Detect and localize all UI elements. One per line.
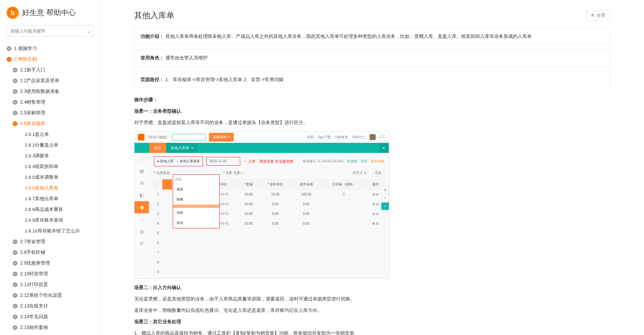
- plus-icon: +: [13, 315, 17, 319]
- nav-2-10[interactable]: +2.10经营管理: [7, 269, 94, 279]
- ss-topbar: TEST-H002 新建销售-> 刷新 App下载 切换账套 帮助中心 C C: [135, 131, 389, 143]
- nav-2-1[interactable]: +2.1新手入门: [7, 65, 94, 75]
- plus-icon: +: [13, 68, 17, 72]
- nav-2-6-1[interactable]: 2.6.1盘点单: [7, 129, 94, 140]
- nav-2-12[interactable]: +2.12系统个性化设置: [7, 290, 94, 301]
- role-box: 使用角色：通常由仓管人员维护: [134, 49, 610, 66]
- nav-label: 2.12系统个性化设置: [20, 292, 62, 298]
- nav-label: 2.6.7其他出库单: [25, 196, 58, 202]
- nav-2-11[interactable]: +2.11打印设置: [7, 279, 94, 290]
- nav-label: 2.帮助文档: [14, 56, 37, 62]
- ss-logo-icon: [138, 134, 145, 141]
- nav-label: 2.6.4组装拆卸单: [25, 164, 58, 170]
- scene1-title: 场景一：业务类型确认: [134, 106, 610, 116]
- nav-label: 2.6.5成本调整单: [25, 174, 58, 180]
- nav-label: 2.6.10库存账本错了怎么办: [25, 228, 80, 234]
- role-text: 通常由仓管人员维护: [165, 55, 208, 60]
- ss-search-input: [172, 134, 206, 141]
- nav-2-9[interactable]: +2.9优惠券管理: [7, 258, 94, 269]
- search-input[interactable]: [7, 25, 94, 37]
- ss-dropdown-item: 领用: [173, 184, 219, 194]
- steps-label: 操作步骤：: [134, 95, 610, 104]
- nav-2-6-10[interactable]: 2.6.10库存账本错了怎么办: [7, 226, 94, 236]
- ss-radio-group: ● 其他入库 ○ 其他入库退库: [154, 156, 203, 166]
- nav-2-3[interactable]: +2.3使用前数据准备: [7, 86, 94, 97]
- scene1-text: 对于受赠、盘盈或是拆装入库等不同的业务，是通过单据头【业务类型】进行区分。: [134, 118, 610, 127]
- minus-icon: −: [13, 121, 17, 126]
- plus-icon: +: [13, 304, 17, 309]
- nav-2-7[interactable]: +2.7资金管理: [7, 236, 94, 247]
- ss-download: App下载: [318, 134, 331, 141]
- nav-2-6-7[interactable]: 2.6.7其他出库单: [7, 193, 94, 204]
- nav-2-6-2[interactable]: 2.6.2分量盘点单: [7, 140, 94, 151]
- ss-new-btn: 新建销售->: [209, 133, 233, 142]
- ss-nav-icon: ▤: [135, 225, 149, 237]
- ss-history-btn: 历史: [373, 169, 384, 177]
- nav-2-5[interactable]: +2.5采购管理: [7, 108, 94, 118]
- nav-2-6-3[interactable]: 2.6.3调拨单: [7, 151, 94, 161]
- ss-radio-opt2: ○ 其他入库退库: [177, 158, 200, 165]
- nav-2-6-4[interactable]: 2.6.4组装拆卸单: [7, 161, 94, 172]
- ss-body: ⌂ ▦ ⊞ ◧ ◉ ⬚ ▤ ⚙ ● 其他入库: [135, 153, 389, 278]
- nav-2-14[interactable]: +2.14常见问题: [7, 312, 94, 322]
- ss-header-row: ● 其他入库 ○ 其他入库退库 2019-12-26 ← 入库、退货业务 在这里…: [154, 156, 384, 166]
- nav-2-6-8[interactable]: 2.6.8商品成本重算: [7, 204, 94, 215]
- ss-supplier: * 仓库 仓库—: [223, 169, 244, 177]
- plus-icon: +: [13, 261, 17, 266]
- ss-table-tools: ⊞ ✎ ⤢: [381, 186, 389, 211]
- ss-avatar-icon: [370, 134, 376, 140]
- share-button[interactable]: ⇱分享: [586, 10, 610, 21]
- ss-refresh: 刷新: [307, 134, 314, 141]
- logo[interactable]: b 好生意 帮助中心: [7, 7, 94, 19]
- plus-icon: +: [7, 46, 11, 51]
- nav-2-6-5[interactable]: 2.6.5成本调整单: [7, 172, 94, 183]
- ss-help: 帮助中心: [352, 134, 366, 141]
- ss-tool-icon: ✎: [381, 194, 389, 202]
- table-row: 8: [154, 258, 384, 268]
- intro-label: 功能介绍：: [141, 34, 164, 39]
- nav-2-6-9[interactable]: 2.6.9库存账本查询: [7, 215, 94, 226]
- ss-th: * 成本单价: [259, 179, 292, 190]
- scene3-title: 场景三：其它业务处理: [134, 317, 610, 326]
- nav-2-13[interactable]: +2.13在线支付: [7, 301, 94, 312]
- ss-content: ● 其他入库 ○ 其他入库退库 2019-12-26 ← 入库、退货业务 在这里…: [149, 153, 389, 278]
- plus-icon: +: [13, 111, 17, 115]
- nav-label: 2.7资金管理: [20, 239, 45, 245]
- nav-2-6-6[interactable]: 2.6.6其他入库单: [7, 183, 94, 193]
- ss-topbar-right: 刷新 App下载 切换账套 帮助中心 C C: [307, 134, 385, 141]
- intro-text: 其他入库单用来处理除采购入库、产成品入库之外的其他入库业务，因此其他入库单可处理…: [165, 34, 532, 39]
- ss-annotation1: ← 入库、退货业务 在这里切换: [244, 158, 293, 165]
- embedded-screenshot: TEST-H002 新建销售-> 刷新 App下载 切换账套 帮助中心 C C …: [134, 131, 389, 279]
- ss-nav-icon: ⚙: [135, 237, 149, 249]
- nav-2-8[interactable]: +2.8手机旺铺: [7, 247, 94, 258]
- nav-label: 2.2产品安装及登录: [20, 78, 59, 84]
- ss-maker: 经手人 ▾: [353, 169, 366, 177]
- nav-label: 2.6.3调拨单: [25, 153, 49, 159]
- nav-2-4[interactable]: +2.4销售管理: [7, 97, 94, 108]
- share-icon: ⇱: [591, 13, 595, 18]
- ss-th: * 数量: [238, 179, 259, 190]
- search-icon[interactable]: ⌕: [88, 29, 90, 34]
- nav-label: 2.9优惠券管理: [20, 260, 50, 266]
- search-box: ⌕: [7, 25, 94, 37]
- nav-video[interactable]: +1.视频学习: [7, 43, 94, 54]
- share-label: 分享: [597, 12, 605, 18]
- ss-th: [154, 179, 162, 190]
- table-row: 5: [154, 229, 384, 238]
- main-content: 其他入库单 ⇱分享 功能介绍：其他入库单用来处理除采购入库、产成品入库之外的其他…: [101, 0, 644, 335]
- ss-left-nav: ⌂ ▦ ⊞ ◧ ◉ ⬚ ▤ ⚙: [135, 153, 149, 278]
- nav-2-6[interactable]: −2.6库存核算: [7, 118, 94, 129]
- nav-2-15[interactable]: +2.15操作案例: [7, 322, 94, 333]
- nav-label: 2.1新手入门: [20, 67, 45, 73]
- table-row: 7: [154, 248, 384, 258]
- nav-label: 2.13在线支付: [20, 303, 48, 309]
- ss-dropdown-item: 受赠: [173, 194, 219, 205]
- ss-nav-icon-active: ◉: [135, 201, 149, 213]
- ss-tool-icon: ⤢: [381, 203, 389, 210]
- path-label: 页面路径：: [141, 77, 164, 82]
- nav-2-2[interactable]: +2.2产品安装及登录: [7, 75, 94, 86]
- nav-docs[interactable]: −2.帮助文档: [7, 54, 94, 65]
- ss-nav-icon: ⊞: [135, 177, 149, 189]
- nav-label: 2.10经营管理: [20, 271, 48, 277]
- plus-icon: +: [13, 78, 17, 83]
